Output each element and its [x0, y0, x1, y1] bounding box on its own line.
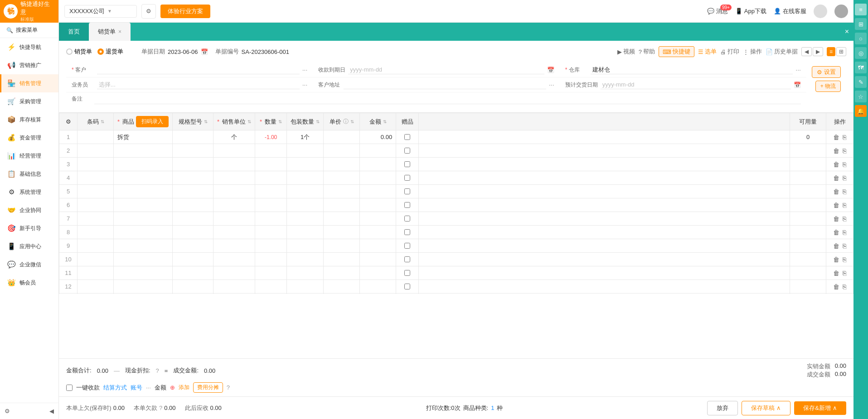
prev-button[interactable]: ◀ [801, 47, 812, 56]
cell-price-1[interactable] [324, 144, 360, 158]
copy-icon-2[interactable]: ⎘ [843, 161, 846, 168]
cell-qty-6[interactable] [255, 212, 287, 226]
total-owe-help[interactable]: ? [159, 405, 162, 411]
sidebar-item-wxwork[interactable]: 💬 企业微信 [0, 255, 58, 274]
cell-qty-7[interactable] [255, 226, 287, 239]
sort-icon-amount[interactable]: ⇅ [383, 119, 387, 124]
expense-button[interactable]: 费用分摊 [193, 382, 223, 393]
one-click-pay-checkbox[interactable] [66, 385, 73, 391]
customer-addr-input[interactable] [344, 80, 546, 89]
cell-gift-12[interactable] [396, 294, 419, 294]
delete-icon-3[interactable]: 🗑 [833, 174, 839, 182]
expected-date-input[interactable] [601, 80, 791, 89]
rp-pencil-btn[interactable]: ✎ [855, 76, 867, 88]
cell-spec-10[interactable] [173, 266, 213, 280]
company-selector[interactable]: XXXXXX公司 ▼ [64, 5, 137, 18]
cell-barcode-12[interactable] [78, 294, 114, 294]
shortcut-btn[interactable]: ⌨ 快捷键 [659, 46, 694, 57]
tab-close-icon[interactable]: × [118, 29, 121, 35]
message-button[interactable]: 💬 消息 99+ [707, 7, 728, 15]
settings-gear-button[interactable]: ⚙ [141, 4, 156, 19]
sidebar-item-inventory[interactable]: 📦 库存核算 [0, 111, 58, 129]
cell-qty-4[interactable] [255, 185, 287, 198]
rp-grid-view-btn[interactable]: ⊞ [855, 18, 867, 30]
sidebar-item-appstore[interactable]: 📱 应用中心 [0, 237, 58, 255]
sort-icon-qty[interactable]: ⇅ [278, 119, 282, 124]
cell-barcode-6[interactable] [78, 212, 114, 226]
sidebar-item-member[interactable]: 👑 畅会员 [0, 274, 58, 292]
calendar-icon[interactable]: 📅 [547, 67, 554, 73]
cell-barcode-4[interactable] [78, 185, 114, 198]
cell-price-0[interactable] [324, 130, 360, 144]
delete-icon-6[interactable]: 🗑 [833, 215, 839, 222]
cell-gift-10[interactable] [396, 266, 419, 280]
tabbar-close-button[interactable]: × [845, 28, 849, 36]
cell-qty-5[interactable] [255, 198, 287, 212]
sidebar-settings-icon[interactable]: ⚙ [5, 408, 10, 414]
cell-price-8[interactable] [324, 239, 360, 253]
cell-barcode-0[interactable] [78, 130, 114, 144]
cell-spec-11[interactable] [173, 280, 213, 294]
user-avatar-2[interactable] [834, 5, 848, 18]
cell-barcode-9[interactable] [78, 253, 114, 266]
tab-sales-order[interactable]: 销货单 × [89, 23, 131, 41]
copy-icon-7[interactable]: ⎘ [843, 229, 846, 236]
warehouse-more-icon[interactable]: ··· [795, 66, 801, 73]
addr-more-icon[interactable]: ··· [549, 81, 554, 88]
sidebar-collapse-icon[interactable]: ◀ [49, 408, 54, 414]
save-new-button[interactable]: 保存&新增 ∧ [794, 401, 846, 415]
cell-price-4[interactable] [324, 185, 360, 198]
operate-btn[interactable]: ⋮ 操作 [743, 48, 762, 56]
customer-more-icon[interactable]: ··· [302, 66, 308, 73]
setting-button[interactable]: ⚙ 设置 [812, 66, 841, 78]
cell-gift-6[interactable] [396, 212, 419, 226]
salesperson-more-icon[interactable]: ··· [302, 81, 308, 88]
pick-btn[interactable]: ☰ 选单 [698, 48, 717, 56]
delete-icon-2[interactable]: 🗑 [833, 161, 839, 168]
copy-icon-6[interactable]: ⎘ [843, 215, 846, 222]
cell-qty-12[interactable] [255, 294, 287, 294]
cell-spec-6[interactable] [173, 212, 213, 226]
cell-qty-8[interactable] [255, 239, 287, 253]
delete-icon-5[interactable]: 🗑 [833, 202, 839, 209]
table-scroll[interactable]: ⚙ 条码⇅ * 商品 扫码录入 [59, 113, 853, 294]
cell-gift-0[interactable] [396, 130, 419, 144]
copy-icon-0[interactable]: ⎘ [843, 134, 846, 141]
experience-button[interactable]: 体验行业方案 [160, 5, 210, 18]
rp-circle-btn[interactable]: ○ [855, 33, 867, 44]
cell-gift-5[interactable] [396, 198, 419, 212]
sidebar-item-enterprise[interactable]: 🤝 企业协同 [0, 201, 58, 219]
discount-help-icon[interactable]: ? [156, 367, 159, 374]
date-picker-icon[interactable]: 📅 [201, 48, 208, 55]
save-draft-button[interactable]: 保存草稿 ∧ [742, 401, 790, 415]
cell-price-9[interactable] [324, 253, 360, 266]
cell-gift-1[interactable] [396, 144, 419, 158]
print-btn[interactable]: 🖨 打印 [720, 48, 739, 56]
cell-spec-2[interactable] [173, 158, 213, 171]
rp-target-btn[interactable]: ◎ [855, 47, 867, 59]
copy-icon-8[interactable]: ⎘ [843, 242, 846, 250]
delete-icon-1[interactable]: 🗑 [833, 147, 839, 154]
cell-gift-4[interactable] [396, 185, 419, 198]
cell-qty-2[interactable] [255, 158, 287, 171]
delete-icon-8[interactable]: 🗑 [833, 242, 839, 250]
delete-icon-0[interactable]: 🗑 [833, 134, 839, 141]
user-avatar[interactable] [814, 5, 827, 18]
cell-spec-0[interactable] [173, 130, 213, 144]
th-settings[interactable]: ⚙ [59, 113, 78, 130]
copy-icon-4[interactable]: ⎘ [843, 188, 846, 195]
expected-cal-icon[interactable]: 📅 [794, 82, 801, 88]
cell-barcode-8[interactable] [78, 239, 114, 253]
cell-spec-3[interactable] [173, 171, 213, 185]
logistics-button[interactable]: + 物流 [815, 81, 841, 92]
cell-price-7[interactable] [324, 226, 360, 239]
cell-barcode-5[interactable] [78, 198, 114, 212]
sort-icon-barcode[interactable]: ⇅ [101, 119, 104, 124]
info-icon-price[interactable]: ⓘ [343, 118, 349, 125]
sidebar-item-management[interactable]: 📊 经营管理 [0, 147, 58, 165]
cell-price-10[interactable] [324, 266, 360, 280]
cell-spec-4[interactable] [173, 185, 213, 198]
sidebar-item-purchase[interactable]: 🛒 采购管理 [0, 92, 58, 111]
sort-icon-unit[interactable]: ⇅ [247, 119, 251, 124]
online-service-button[interactable]: 👤 在线客服 [774, 7, 806, 15]
